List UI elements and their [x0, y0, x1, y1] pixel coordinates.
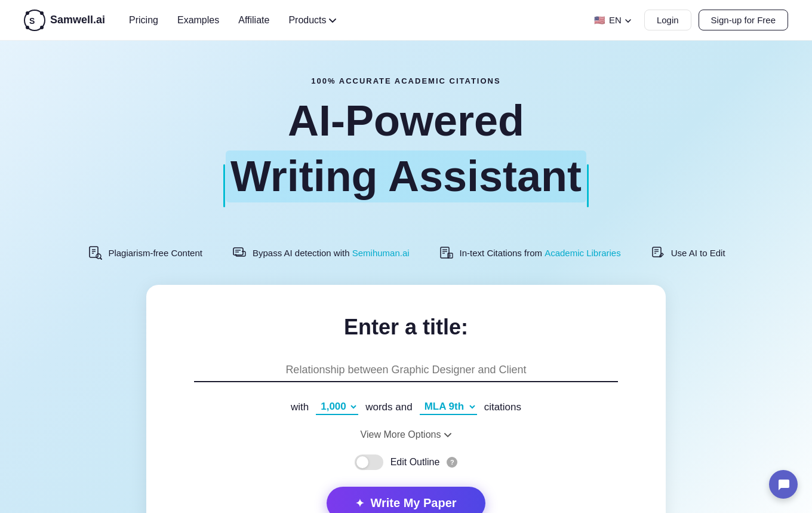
svg-point-5 — [40, 26, 44, 29]
feature-edit: Use AI to Edit — [650, 244, 725, 261]
write-paper-button[interactable]: ✦ Write My Paper — [327, 487, 485, 513]
sparkle-icon: ✦ — [355, 497, 364, 510]
title-input-wrapper — [194, 359, 618, 382]
bypass-icon — [231, 244, 248, 261]
feature-citations: In-text Citations from Academic Librarie… — [438, 244, 621, 261]
hero-badge: 100% ACCURATE ACADEMIC CITATIONS — [12, 76, 800, 85]
bypass-text: Bypass AI detection with Semihuman.ai — [253, 248, 410, 258]
svg-point-3 — [40, 11, 44, 15]
title-input[interactable] — [194, 359, 618, 381]
academic-libraries-link[interactable]: Academic Libraries — [545, 248, 621, 258]
edit-icon — [650, 244, 666, 261]
with-label: with — [291, 401, 309, 413]
view-more-button[interactable]: View More Options — [361, 429, 452, 440]
logo-icon: S — [24, 10, 45, 31]
edit-outline-toggle[interactable] — [355, 454, 383, 470]
nav-left: S Samwell.ai Pricing Examples Affiliate … — [24, 10, 336, 31]
hero-title-line2: Writing Assistant — [226, 150, 586, 202]
words-select[interactable]: 1,000 500 1,500 2,000 — [316, 399, 358, 415]
chevron-down-icon — [329, 15, 336, 26]
edit-label: Use AI to Edit — [671, 248, 725, 258]
svg-rect-6 — [90, 247, 98, 257]
citations-text: In-text Citations from Academic Librarie… — [460, 248, 621, 258]
citations-label: citations — [484, 401, 521, 413]
semihuman-link[interactable]: Semihuman.ai — [352, 248, 410, 258]
nav-affiliate[interactable]: Affiliate — [238, 15, 269, 26]
svg-line-11 — [100, 258, 102, 259]
logo[interactable]: S Samwell.ai — [24, 10, 105, 31]
toggle-label: Edit Outline — [390, 457, 440, 468]
citations-select[interactable]: MLA 9th APA 7th Chicago Harvard — [420, 399, 477, 415]
nav-products[interactable]: Products — [288, 15, 336, 26]
logo-text: Samwell.ai — [50, 14, 105, 26]
feature-plagiarism: Plagiarism-free Content — [87, 244, 202, 261]
nav-links: Pricing Examples Affiliate Products — [129, 15, 336, 26]
login-button[interactable]: Login — [644, 10, 691, 30]
card-container: Enter a title: with 1,000 500 1,500 2,00… — [0, 273, 812, 513]
nav-examples[interactable]: Examples — [177, 15, 219, 26]
hero-section: 100% ACCURATE ACADEMIC CITATIONS AI-Powe… — [0, 41, 812, 232]
writing-assistant-wrapper: Writing Assistant — [226, 150, 586, 220]
nav-right: 🇺🇸 EN Login Sign-up for Free — [588, 10, 788, 30]
hero-title: AI-Powered Writing Assistant — [12, 97, 800, 220]
lang-chevron-icon — [625, 15, 631, 25]
svg-text:S: S — [29, 16, 35, 26]
card-heading: Enter a title: — [194, 315, 618, 340]
cursor-right-icon — [587, 164, 589, 207]
toggle-row: Edit Outline ? — [194, 454, 618, 470]
plagiarism-icon — [87, 244, 103, 261]
words-label: words and — [365, 401, 412, 413]
main-card: Enter a title: with 1,000 500 1,500 2,00… — [146, 285, 666, 513]
help-icon[interactable]: ? — [447, 457, 457, 468]
svg-point-4 — [26, 26, 29, 29]
feature-bypass: Bypass AI detection with Semihuman.ai — [231, 244, 410, 261]
toggle-knob — [356, 456, 368, 468]
signup-button[interactable]: Sign-up for Free — [699, 10, 788, 30]
language-selector[interactable]: 🇺🇸 EN — [588, 11, 637, 29]
citations-icon — [438, 244, 455, 261]
hero-title-line1: AI-Powered — [12, 97, 800, 145]
svg-rect-19 — [448, 253, 453, 258]
chat-widget[interactable] — [769, 470, 798, 499]
nav-pricing[interactable]: Pricing — [129, 15, 158, 26]
svg-rect-12 — [233, 248, 243, 255]
options-row: with 1,000 500 1,500 2,000 words and MLA… — [194, 399, 618, 415]
plagiarism-label: Plagiarism-free Content — [108, 248, 202, 258]
view-more-chevron-icon — [444, 429, 451, 440]
svg-point-2 — [26, 11, 29, 15]
navbar: S Samwell.ai Pricing Examples Affiliate … — [0, 0, 812, 41]
chat-icon — [776, 477, 791, 492]
flag-icon: 🇺🇸 — [594, 15, 605, 26]
features-bar: Plagiarism-free Content Bypass AI detect… — [0, 232, 812, 273]
cursor-left-icon — [223, 164, 225, 207]
